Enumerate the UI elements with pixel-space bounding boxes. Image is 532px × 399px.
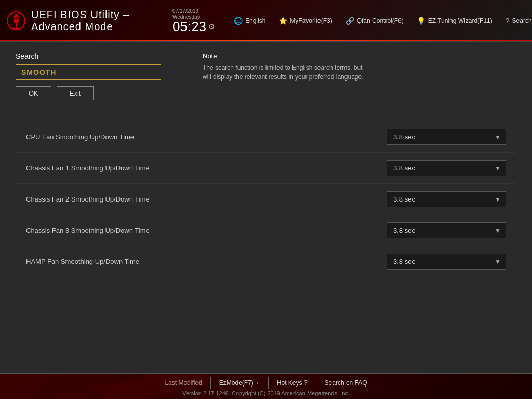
- search-label: Search: [16, 52, 182, 60]
- result-label: Chassis Fan 2 Smoothing Up/Down Time: [26, 195, 387, 203]
- svg-marker-1: [12, 13, 20, 18]
- select-wrapper: 0.1 sec0.2 sec0.5 sec1.0 sec2.0 sec3.8 s…: [387, 129, 506, 145]
- footer-nav: Last ModifiedEzMode(F7)→Hot Keys ?Search…: [0, 376, 532, 390]
- language-icon: 🌐: [234, 17, 243, 25]
- note-title: Note:: [203, 52, 516, 60]
- exit-button[interactable]: Exit: [57, 86, 94, 100]
- value-select[interactable]: 0.1 sec0.2 sec0.5 sec1.0 sec2.0 sec3.8 s…: [387, 129, 506, 145]
- eztuning-icon: 💡: [417, 17, 425, 25]
- nav-item-qfan[interactable]: 🔗Qfan Control(F6): [339, 15, 410, 27]
- section-divider: [16, 111, 516, 111]
- search-label: Search(F9): [512, 17, 532, 24]
- footer-item-ezmode[interactable]: EzMode(F7)→: [211, 377, 269, 389]
- select-wrapper: 0.1 sec0.2 sec0.5 sec1.0 sec2.0 sec3.8 s…: [387, 160, 506, 176]
- eztuning-label: EZ Tuning Wizard(F11): [428, 17, 493, 24]
- search-input[interactable]: [16, 64, 161, 80]
- value-select[interactable]: 0.1 sec0.2 sec0.5 sec1.0 sec2.0 sec3.8 s…: [387, 191, 506, 207]
- settings-icon: ⚙: [208, 23, 215, 30]
- table-row: CPU Fan Smoothing Up/Down Time0.1 sec0.2…: [16, 122, 516, 153]
- result-label: HAMP Fan Smoothing Up/Down Time: [26, 258, 387, 265]
- qfan-label: Qfan Control(F6): [357, 17, 404, 24]
- language-label: English: [245, 17, 265, 24]
- result-label: CPU Fan Smoothing Up/Down Time: [26, 133, 387, 141]
- nav-menu: 🌐English⭐MyFavorite(F3)🔗Qfan Control(F6)…: [228, 15, 532, 27]
- nav-item-myfavorite[interactable]: ⭐MyFavorite(F3): [272, 15, 339, 27]
- select-wrapper: 0.1 sec0.2 sec0.5 sec1.0 sec2.0 sec3.8 s…: [387, 254, 506, 270]
- table-row: Chassis Fan 2 Smoothing Up/Down Time0.1 …: [16, 184, 516, 215]
- search-panel: Search OK Exit Note: The search function…: [16, 52, 516, 100]
- datetime-area: 07/17/2019Wednesday 05:23 ⚙: [172, 8, 219, 33]
- value-select[interactable]: 0.1 sec0.2 sec0.5 sec1.0 sec2.0 sec3.8 s…: [387, 254, 506, 270]
- footer: Last ModifiedEzMode(F7)→Hot Keys ?Search…: [0, 373, 532, 399]
- myfavorite-icon: ⭐: [278, 17, 287, 25]
- date-display: 07/17/2019Wednesday: [172, 8, 200, 20]
- result-label: Chassis Fan 3 Smoothing Up/Down Time: [26, 227, 387, 234]
- select-wrapper: 0.1 sec0.2 sec0.5 sec1.0 sec2.0 sec3.8 s…: [387, 191, 506, 207]
- header: UEFI BIOS Utility – Advanced Mode 07/17/…: [0, 0, 532, 42]
- value-select[interactable]: 0.1 sec0.2 sec0.5 sec1.0 sec2.0 sec3.8 s…: [387, 222, 506, 238]
- footer-item-search-faq[interactable]: Search on FAQ: [316, 377, 376, 389]
- logo-area: UEFI BIOS Utility – Advanced Mode: [6, 9, 172, 33]
- search-left: Search OK Exit: [16, 52, 182, 100]
- main-content: Search OK Exit Note: The search function…: [0, 42, 532, 373]
- search-buttons: OK Exit: [16, 86, 182, 100]
- nav-item-language[interactable]: 🌐English: [228, 15, 272, 27]
- app-title: UEFI BIOS Utility – Advanced Mode: [31, 9, 172, 33]
- myfavorite-label: MyFavorite(F3): [290, 17, 332, 24]
- rog-logo-icon: [6, 10, 26, 31]
- search-input-wrapper: [16, 64, 182, 80]
- qfan-icon: 🔗: [345, 17, 354, 25]
- time-display: 05:23 ⚙: [172, 20, 215, 33]
- footer-item-hot-keys[interactable]: Hot Keys ?: [269, 377, 316, 389]
- search-note: Note: The search function is limited to …: [203, 52, 516, 82]
- table-row: Chassis Fan 1 Smoothing Up/Down Time0.1 …: [16, 153, 516, 184]
- value-select[interactable]: 0.1 sec0.2 sec0.5 sec1.0 sec2.0 sec3.8 s…: [387, 160, 506, 176]
- note-text: The search function is limited to Englis…: [203, 63, 516, 82]
- table-row: HAMP Fan Smoothing Up/Down Time0.1 sec0.…: [16, 246, 516, 277]
- results-table: CPU Fan Smoothing Up/Down Time0.1 sec0.2…: [16, 122, 516, 277]
- ok-button[interactable]: OK: [16, 86, 51, 100]
- result-label: Chassis Fan 1 Smoothing Up/Down Time: [26, 164, 387, 172]
- table-row: Chassis Fan 3 Smoothing Up/Down Time0.1 …: [16, 215, 516, 246]
- footer-copyright: Version 2.17.1246. Copyright (C) 2019 Am…: [0, 390, 532, 397]
- footer-item-last-modified[interactable]: Last Modified: [156, 377, 210, 389]
- svg-point-2: [14, 18, 19, 23]
- nav-item-search[interactable]: ?Search(F9): [499, 15, 532, 27]
- nav-item-eztuning[interactable]: 💡EZ Tuning Wizard(F11): [410, 15, 499, 27]
- search-icon: ?: [506, 17, 510, 25]
- select-wrapper: 0.1 sec0.2 sec0.5 sec1.0 sec2.0 sec3.8 s…: [387, 222, 506, 238]
